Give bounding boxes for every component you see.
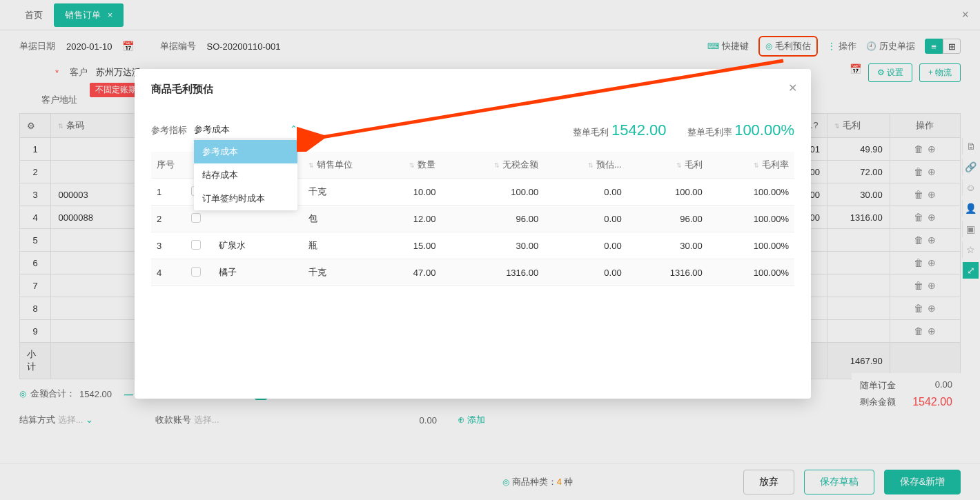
modal-title: 商品毛利预估 xyxy=(151,83,794,96)
cost-basis-dropdown: 参考成本 结存成本 订单签约时成本 xyxy=(194,140,297,210)
total-profit-value: 1542.00 xyxy=(611,121,667,139)
profit-row[interactable]: 3矿泉水瓶15.0030.000.0030.00100.00% xyxy=(151,232,794,259)
mcol-amt[interactable]: ⇅无税金额 xyxy=(441,152,544,179)
mcol-profit[interactable]: ⇅毛利 xyxy=(627,152,708,179)
profit-row[interactable]: 4橘子千克47.001316.000.001316.00100.00% xyxy=(151,259,794,286)
mcol-idx: 序号 xyxy=(151,152,186,179)
cost-basis-select[interactable]: 参考成本 ⌄ 参考成本 结存成本 订单签约时成本 xyxy=(194,121,297,139)
modal-summary: 整单毛利 1542.00 整单毛利率 100.00% xyxy=(573,121,794,139)
mcol-est[interactable]: ⇅预估... xyxy=(544,152,627,179)
mcol-qty[interactable]: ⇅数量 xyxy=(372,152,441,179)
option-balance-cost[interactable]: 结存成本 xyxy=(194,163,297,187)
modal-close-icon[interactable]: ✕ xyxy=(788,81,797,94)
row-checkbox[interactable] xyxy=(191,240,201,250)
select-value: 参考成本 xyxy=(194,124,230,134)
mcol-rate[interactable]: ⇅毛利率 xyxy=(708,152,794,179)
row-checkbox[interactable] xyxy=(191,267,201,277)
total-rate-value: 100.00% xyxy=(734,121,794,139)
filter-label: 参考指标 xyxy=(151,124,187,137)
option-contract-cost[interactable]: 订单签约时成本 xyxy=(194,187,297,210)
modal-filter-row: 参考指标 参考成本 ⌄ 参考成本 结存成本 订单签约时成本 整单毛利 1542.… xyxy=(151,121,794,139)
profit-modal: 商品毛利预估 ✕ 参考指标 参考成本 ⌄ 参考成本 结存成本 订单签约时成本 整… xyxy=(135,69,811,399)
option-ref-cost[interactable]: 参考成本 xyxy=(194,140,297,163)
mcol-unit[interactable]: ⇅销售单位 xyxy=(303,152,372,179)
chevron-up-icon: ⌄ xyxy=(290,123,297,134)
row-checkbox[interactable] xyxy=(191,213,201,223)
total-rate-label: 整单毛利率 xyxy=(687,127,732,137)
total-profit-label: 整单毛利 xyxy=(573,127,609,137)
